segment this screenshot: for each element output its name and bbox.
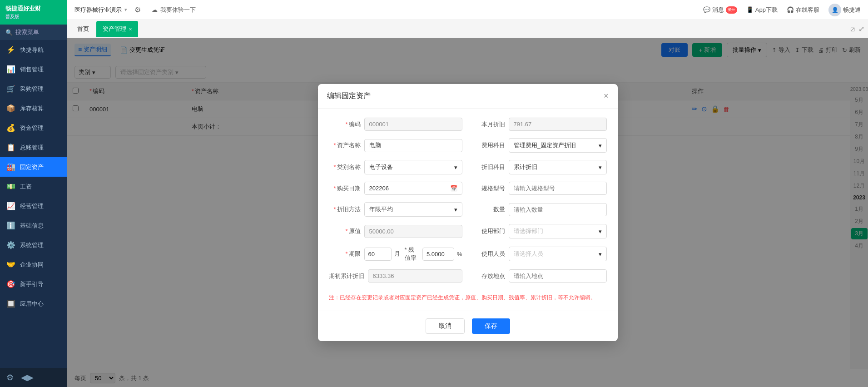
initial-dep-input[interactable] bbox=[368, 269, 462, 283]
avatar: 👤 bbox=[828, 4, 841, 16]
search-menu[interactable]: 🔍 搜索菜单 bbox=[0, 25, 67, 40]
location-input[interactable] bbox=[509, 269, 607, 283]
original-value-input[interactable] bbox=[364, 225, 462, 238]
sidebar-item-app-center[interactable]: 🔲 应用中心 bbox=[0, 294, 67, 313]
user-select[interactable]: 请选择人员 ▾ bbox=[509, 247, 607, 261]
settings-gear-icon[interactable]: ⚙ bbox=[134, 5, 141, 14]
modal-header: 编辑固定资产 × bbox=[318, 84, 618, 109]
monthly-dep-input[interactable] bbox=[509, 118, 607, 131]
department-label: 使用部门 bbox=[473, 227, 505, 235]
form-row-name: 资产名称 bbox=[329, 138, 462, 153]
dep-subject-label: 折旧科目 bbox=[473, 163, 505, 171]
category-select[interactable]: 电子设备 ▾ bbox=[364, 160, 462, 174]
experience-btn[interactable]: ☁ 我要体验一下 bbox=[152, 6, 196, 14]
expense-chevron-icon: ▾ bbox=[599, 142, 602, 149]
sales-icon: 📊 bbox=[6, 65, 15, 74]
ledger-icon: 📋 bbox=[6, 143, 15, 152]
user-profile-btn[interactable]: 👤 畅捷通 bbox=[828, 4, 861, 16]
department-placeholder: 请选择部门 bbox=[514, 227, 543, 235]
company-name: 医疗器械行业演示 bbox=[74, 6, 122, 14]
sidebar-item-enterprise[interactable]: 🤝 企业协同 bbox=[0, 255, 67, 274]
search-menu-label: 搜索菜单 bbox=[15, 28, 39, 36]
tab-close-icon[interactable]: × bbox=[129, 26, 132, 32]
messages-btn[interactable]: 💬 消息 99+ bbox=[703, 6, 737, 14]
app-download-label: App下载 bbox=[755, 6, 778, 14]
sidebar: 畅捷通好业财 普及版 🔍 搜索菜单 ⚡ 快捷导航 📊 销售管理 🛒 采购管理 📦… bbox=[0, 0, 67, 387]
sidebar-item-purchase[interactable]: 🛒 采购管理 bbox=[0, 79, 67, 99]
purchase-date-input[interactable]: 202206 📅 bbox=[364, 182, 462, 195]
form-row-original-value: 原值 bbox=[329, 224, 462, 238]
sidebar-item-label: 经营管理 bbox=[20, 202, 44, 210]
sidebar-item-ledger[interactable]: 📋 总账管理 bbox=[0, 138, 67, 157]
dep-method-select[interactable]: 年限平均 ▾ bbox=[364, 202, 462, 217]
company-selector[interactable]: 医疗器械行业演示 ▾ bbox=[74, 6, 127, 14]
tabbar-actions: ⧄ ⤢ bbox=[850, 25, 864, 33]
residual-rate-label: * 残值率 bbox=[405, 246, 418, 262]
cloud-icon: ☁ bbox=[152, 6, 158, 13]
fixed-assets-icon: 🏭 bbox=[6, 163, 15, 171]
model-input[interactable] bbox=[509, 182, 607, 195]
sidebar-item-fixed-assets[interactable]: 🏭 固定资产 bbox=[0, 157, 67, 177]
sidebar-item-newbie[interactable]: 🎯 新手引导 bbox=[0, 274, 67, 294]
dept-chevron-icon: ▾ bbox=[599, 228, 602, 235]
dep-subject-chevron-icon: ▾ bbox=[599, 164, 602, 171]
dep-subject-select[interactable]: 累计折旧 ▾ bbox=[509, 160, 607, 174]
tab-asset-management[interactable]: 资产管理 × bbox=[96, 21, 138, 37]
app-center-icon: 🔲 bbox=[6, 299, 15, 308]
cancel-button[interactable]: 取消 bbox=[426, 318, 465, 334]
collapse-icon[interactable]: ◀▶ bbox=[21, 372, 34, 382]
system-icon: ⚙️ bbox=[6, 241, 15, 249]
sidebar-item-label: 新手引导 bbox=[20, 280, 44, 288]
search-icon: 🔍 bbox=[5, 29, 13, 36]
form-row-model: 规格型号 bbox=[473, 182, 607, 195]
sidebar-item-system[interactable]: ⚙️ 系统管理 bbox=[0, 235, 67, 255]
code-input[interactable] bbox=[364, 118, 462, 131]
sidebar-item-basic-info[interactable]: ℹ️ 基础信息 bbox=[0, 216, 67, 235]
sidebar-item-label: 资金管理 bbox=[20, 124, 44, 132]
modal-overlay: 编辑固定资产 × 编码 本月折旧 bbox=[67, 38, 868, 387]
tab-expand-icon[interactable]: ⤢ bbox=[858, 25, 864, 33]
modal-close-icon[interactable]: × bbox=[604, 91, 609, 101]
app-name: 畅捷通好业财 bbox=[5, 5, 41, 13]
app-download-btn[interactable]: 📱 App下载 bbox=[746, 6, 778, 14]
department-select[interactable]: 请选择部门 ▾ bbox=[509, 224, 607, 238]
name-label: 资产名称 bbox=[329, 141, 361, 149]
tab-minimize-icon[interactable]: ⧄ bbox=[850, 25, 855, 33]
residual-rate-input[interactable] bbox=[422, 248, 454, 261]
sidebar-item-wages[interactable]: 💵 工资 bbox=[0, 177, 67, 196]
dep-subject-value: 累计折旧 bbox=[514, 163, 537, 171]
page-content: ≡ 资产明细 📄 变更生成凭证 对账 + 新增 批量操作 ▾ bbox=[67, 38, 868, 387]
form-row-period: 期限 月 * 残值率 % bbox=[329, 246, 462, 262]
tab-home[interactable]: 首页 bbox=[71, 21, 95, 37]
form-row-dep-method: 折旧方法 年限平均 ▾ bbox=[329, 202, 462, 217]
sidebar-item-inventory[interactable]: 📦 库存核算 bbox=[0, 99, 67, 118]
download-icon: 📱 bbox=[746, 6, 754, 13]
expense-subject-select[interactable]: 管理费用_固定资产折旧 ▾ bbox=[509, 138, 607, 153]
newbie-icon: 🎯 bbox=[6, 280, 15, 288]
dep-method-value: 年限平均 bbox=[369, 205, 393, 213]
period-input[interactable] bbox=[364, 248, 392, 261]
sidebar-item-label: 采购管理 bbox=[20, 85, 44, 93]
wages-icon: 💵 bbox=[6, 182, 15, 191]
tabbar: 首页 资产管理 × ⧄ ⤢ bbox=[67, 20, 868, 38]
sidebar-item-label: 销售管理 bbox=[20, 65, 44, 74]
purchase-date-label: 购买日期 bbox=[329, 184, 361, 193]
period-unit: 月 bbox=[394, 250, 400, 258]
category-value: 电子设备 bbox=[369, 163, 393, 171]
quick-nav-icon: ⚡ bbox=[6, 45, 15, 54]
quantity-input[interactable] bbox=[509, 203, 607, 216]
sidebar-item-sales[interactable]: 📊 销售管理 bbox=[0, 60, 67, 79]
sidebar-item-quick-nav[interactable]: ⚡ 快捷导航 bbox=[0, 40, 67, 60]
form-row-code: 编码 bbox=[329, 118, 462, 131]
save-button[interactable]: 保存 bbox=[472, 318, 510, 334]
topbar-right: 💬 消息 99+ 📱 App下载 🎧 在线客服 👤 畅捷通 bbox=[703, 4, 861, 16]
original-value-label: 原值 bbox=[329, 227, 361, 235]
tab-active-label: 资产管理 bbox=[103, 25, 126, 33]
customer-service-btn[interactable]: 🎧 在线客服 bbox=[787, 6, 819, 14]
enterprise-icon: 🤝 bbox=[6, 260, 15, 269]
sidebar-item-operations[interactable]: 📈 经营管理 bbox=[0, 196, 67, 216]
settings-icon[interactable]: ⚙ bbox=[6, 372, 14, 382]
name-input[interactable] bbox=[364, 139, 462, 152]
period-label: 期限 bbox=[329, 250, 361, 258]
sidebar-item-capital[interactable]: 💰 资金管理 bbox=[0, 118, 67, 138]
